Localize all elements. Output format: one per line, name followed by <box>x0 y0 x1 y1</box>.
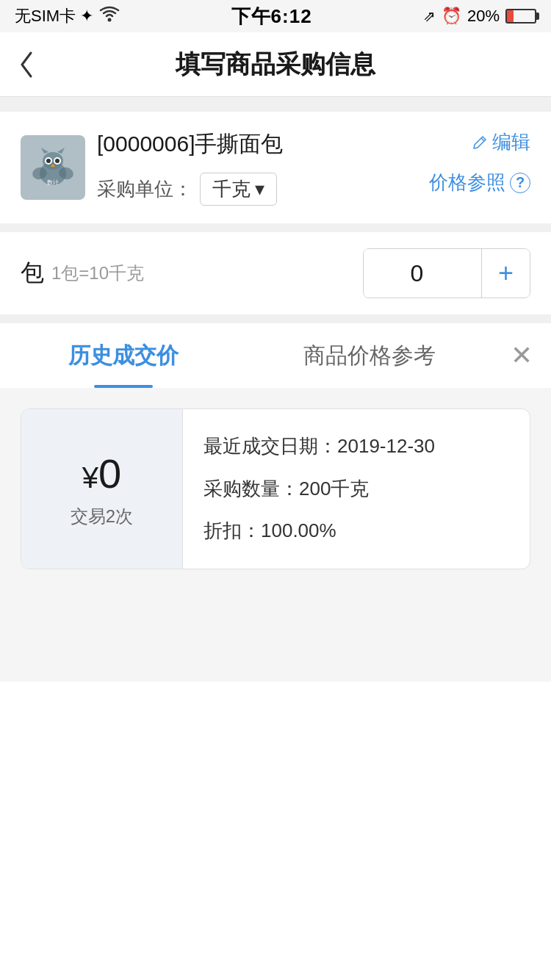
price-amount: ¥0 <box>82 450 121 497</box>
quantity-input[interactable] <box>364 249 481 298</box>
svg-point-8 <box>55 159 60 163</box>
tab-history-price[interactable]: 历史成交价 <box>0 323 246 388</box>
tabs-bar: 历史成交价 商品价格参考 ✕ <box>0 314 551 388</box>
discount-value: 100.00% <box>261 519 336 541</box>
unit-label: 采购单位： <box>97 176 192 202</box>
svg-point-7 <box>46 159 51 163</box>
bottom-area <box>0 682 551 980</box>
svg-point-0 <box>108 18 112 22</box>
alarm-icon: ⏰ <box>442 7 461 26</box>
svg-marker-4 <box>57 148 65 154</box>
purchase-qty-value: 200千克 <box>299 478 369 500</box>
unit-value: 千克 <box>212 176 251 202</box>
edit-label: 编辑 <box>492 129 530 155</box>
carrier-text: 无SIM卡 ✦ <box>15 5 93 27</box>
purchase-qty-label: 采购数量： <box>204 478 299 500</box>
recent-date-value: 2019-12-30 <box>337 435 435 457</box>
price-discount: 折扣：100.00% <box>204 516 509 547</box>
quantity-unit-note: 1包=10千克 <box>51 262 144 285</box>
product-left: 数计 [0000006]手撕面包 采购单位： 千克 ▾ <box>21 129 283 206</box>
svg-marker-3 <box>41 148 48 154</box>
status-right: ⇗ ⏰ 20% <box>423 7 536 26</box>
product-unit-row: 采购单位： 千克 ▾ <box>97 173 283 206</box>
product-card: 数计 [0000006]手撕面包 采购单位： 千克 ▾ <box>0 112 551 223</box>
tab-active-indicator <box>94 385 153 388</box>
tab-close-button[interactable]: ✕ <box>492 323 551 388</box>
price-currency: ¥ <box>82 461 98 494</box>
discount-label: 折扣： <box>204 519 261 541</box>
price-ref-button[interactable]: 价格参照 ? <box>429 170 530 195</box>
product-image: 数计 <box>21 135 85 200</box>
price-card: ¥0 交易2次 最近成交日期：2019-12-30 采购数量：200千克 折扣：… <box>21 408 530 569</box>
product-right-actions: 编辑 价格参照 ? <box>429 129 530 195</box>
unit-selector[interactable]: 千克 ▾ <box>200 173 277 206</box>
tab-product-price-ref[interactable]: 商品价格参考 <box>246 323 492 388</box>
wifi-icon <box>99 6 120 26</box>
status-bar: 无SIM卡 ✦ 下午6:12 ⇗ ⏰ 20% <box>0 0 551 32</box>
edit-button[interactable]: 编辑 <box>472 129 530 155</box>
price-recent-date: 最近成交日期：2019-12-30 <box>204 431 509 462</box>
quantity-row: 包 1包=10千克 + <box>0 223 551 314</box>
price-card-left: ¥0 交易2次 <box>21 409 183 569</box>
page-title: 填写商品采购信息 <box>176 48 375 82</box>
back-button[interactable] <box>18 50 35 79</box>
battery-icon <box>505 9 536 24</box>
location-icon: ⇗ <box>423 7 436 25</box>
recent-date-label: 最近成交日期： <box>204 435 337 457</box>
quantity-plus-button[interactable]: + <box>481 249 530 298</box>
quantity-label: 包 1包=10千克 <box>21 257 144 289</box>
price-ref-label: 价格参照 <box>429 170 505 195</box>
status-left: 无SIM卡 ✦ <box>15 5 120 27</box>
nav-bar: 填写商品采购信息 <box>0 32 551 97</box>
svg-text:数计: 数计 <box>47 179 59 186</box>
price-card-right: 最近成交日期：2019-12-30 采购数量：200千克 折扣：100.00% <box>183 409 530 569</box>
product-header: 数计 [0000006]手撕面包 采购单位： 千克 ▾ <box>21 129 530 206</box>
price-value: 0 <box>98 450 121 497</box>
price-purchase-qty: 采购数量：200千克 <box>204 474 509 505</box>
battery-pct: 20% <box>467 7 500 26</box>
tab-product-price-label: 商品价格参考 <box>303 341 436 371</box>
dropdown-arrow-icon: ▾ <box>255 178 264 201</box>
content-area: ¥0 交易2次 最近成交日期：2019-12-30 采购数量：200千克 折扣：… <box>0 388 551 682</box>
price-ref-help-icon: ? <box>510 173 530 193</box>
price-trade-count: 交易2次 <box>71 505 133 528</box>
product-info: [0000006]手撕面包 采购单位： 千克 ▾ <box>97 129 283 206</box>
quantity-unit: 包 <box>21 257 44 289</box>
status-time: 下午6:12 <box>231 4 312 29</box>
tab-history-label: 历史成交价 <box>68 341 179 371</box>
product-name: [0000006]手撕面包 <box>97 129 283 159</box>
quantity-control: + <box>363 248 530 298</box>
